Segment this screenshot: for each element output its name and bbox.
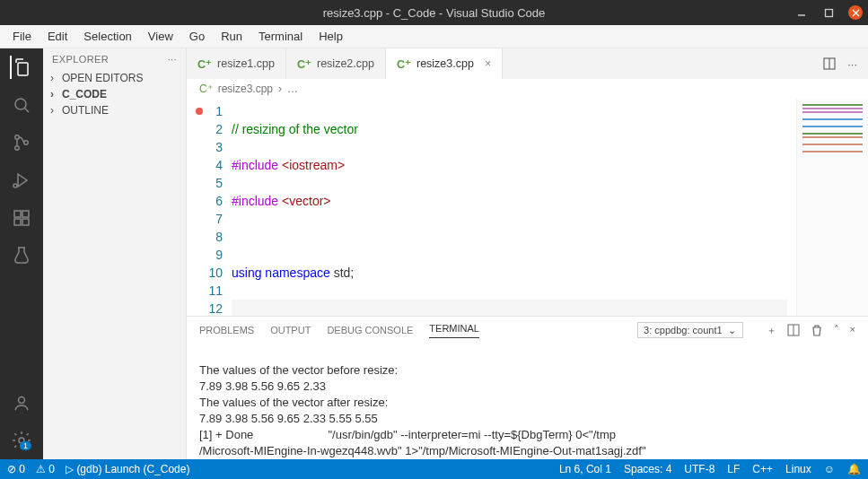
- panel: PROBLEMS OUTPUT DEBUG CONSOLE TERMINAL 3…: [187, 316, 868, 459]
- settings-icon[interactable]: 1: [10, 429, 33, 452]
- panel-tab-output[interactable]: OUTPUT: [270, 325, 311, 335]
- window-title: resize3.cpp - C_Code - Visual Studio Cod…: [0, 6, 868, 20]
- maximize-button[interactable]: [821, 5, 836, 20]
- svg-marker-9: [18, 174, 27, 187]
- svg-point-4: [15, 99, 26, 109]
- panel-tab-debug[interactable]: DEBUG CONSOLE: [327, 325, 413, 335]
- tab-resize1[interactable]: C⁺resize1.cpp: [187, 48, 286, 79]
- tab-resize2[interactable]: C⁺resize2.cpp: [286, 48, 386, 79]
- search-icon[interactable]: [10, 93, 33, 117]
- run-debug-icon[interactable]: [10, 169, 33, 192]
- line-gutter: 1 23456789101112: [187, 99, 232, 316]
- tree-outline[interactable]: ›OUTLINE: [43, 102, 186, 118]
- explorer-icon[interactable]: [10, 56, 33, 79]
- tree-project[interactable]: ›C_CODE: [43, 86, 186, 102]
- panel-tab-terminal[interactable]: TERMINAL: [429, 323, 479, 338]
- minimize-button[interactable]: [794, 5, 809, 20]
- accounts-icon[interactable]: [10, 391, 33, 414]
- status-feedback-icon[interactable]: ☺: [824, 463, 835, 475]
- sidebar: EXPLORER ··· ›OPEN EDITORS ›C_CODE ›OUTL…: [43, 48, 187, 459]
- menu-file[interactable]: File: [5, 28, 39, 45]
- source-control-icon[interactable]: [10, 131, 33, 154]
- close-panel-icon[interactable]: ×: [850, 324, 855, 337]
- status-position[interactable]: Ln 6, Col 1: [559, 463, 611, 475]
- status-warnings[interactable]: ⚠ 0: [36, 463, 55, 475]
- tab-resize3[interactable]: C⁺resize3.cpp×: [386, 48, 503, 79]
- svg-point-7: [15, 146, 19, 150]
- chevron-down-icon: ⌄: [728, 325, 736, 336]
- maximize-panel-icon[interactable]: ˄: [834, 324, 839, 337]
- split-terminal-icon[interactable]: [787, 324, 800, 337]
- tree-open-editors[interactable]: ›OPEN EDITORS: [43, 70, 186, 86]
- status-eol[interactable]: LF: [727, 463, 740, 475]
- status-os[interactable]: Linux: [785, 463, 811, 475]
- new-terminal-icon[interactable]: ＋: [767, 324, 776, 337]
- close-tab-icon[interactable]: ×: [485, 57, 491, 70]
- svg-point-6: [15, 135, 19, 139]
- menu-go[interactable]: Go: [182, 28, 212, 45]
- kill-terminal-icon[interactable]: [811, 324, 823, 337]
- cpp-icon: C⁺: [297, 57, 311, 71]
- menu-view[interactable]: View: [141, 28, 180, 45]
- activity-bar: 1: [0, 48, 43, 459]
- code-editor[interactable]: 1 23456789101112 // resizing of the vect…: [187, 99, 868, 316]
- close-button[interactable]: [848, 5, 863, 20]
- menu-edit[interactable]: Edit: [40, 28, 75, 45]
- breadcrumb[interactable]: C⁺ resize3.cpp › …: [187, 79, 868, 99]
- tab-bar: C⁺resize1.cpp C⁺resize2.cpp C⁺resize3.cp…: [187, 48, 868, 79]
- more-actions-icon[interactable]: ···: [847, 57, 857, 71]
- terminal-output[interactable]: The values of the vector before resize: …: [187, 344, 868, 459]
- status-bell-icon[interactable]: 🔔: [847, 463, 861, 475]
- svg-point-16: [19, 397, 25, 404]
- status-spaces[interactable]: Spaces: 4: [624, 463, 671, 475]
- status-lang[interactable]: C++: [752, 463, 773, 475]
- menu-bar: File Edit Selection View Go Run Terminal…: [0, 25, 868, 48]
- svg-point-8: [24, 141, 28, 144]
- cpp-icon: C⁺: [199, 83, 213, 95]
- menu-help[interactable]: Help: [311, 28, 350, 45]
- menu-selection[interactable]: Selection: [76, 28, 138, 45]
- status-errors[interactable]: ⊘ 0: [7, 463, 25, 475]
- testing-icon[interactable]: [10, 244, 33, 267]
- svg-rect-11: [14, 211, 21, 217]
- settings-badge: 1: [20, 441, 31, 450]
- status-bar: ⊘ 0 ⚠ 0 ▷ (gdb) Launch (C_Code) Ln 6, Co…: [0, 459, 868, 479]
- svg-point-10: [13, 184, 17, 187]
- menu-run[interactable]: Run: [214, 28, 250, 45]
- svg-rect-14: [22, 211, 29, 217]
- svg-rect-13: [22, 219, 29, 225]
- menu-terminal[interactable]: Terminal: [251, 28, 310, 45]
- status-launch[interactable]: ▷ (gdb) Launch (C_Code): [66, 463, 189, 475]
- split-editor-icon[interactable]: [822, 57, 837, 71]
- cpp-icon: C⁺: [197, 57, 212, 71]
- status-encoding[interactable]: UTF-8: [684, 463, 715, 475]
- panel-tab-problems[interactable]: PROBLEMS: [199, 325, 254, 335]
- terminal-selector[interactable]: 3: cppdbg: count1 ⌄: [637, 322, 742, 338]
- sidebar-more-icon[interactable]: ···: [168, 54, 177, 65]
- minimap[interactable]: [796, 99, 868, 316]
- cpp-icon: C⁺: [397, 57, 411, 71]
- breakpoint-icon[interactable]: [196, 108, 203, 115]
- extensions-icon[interactable]: [10, 206, 33, 230]
- title-bar: resize3.cpp - C_Code - Visual Studio Cod…: [0, 0, 868, 25]
- svg-rect-1: [825, 9, 832, 16]
- svg-rect-12: [14, 219, 21, 225]
- sidebar-title: EXPLORER: [52, 54, 109, 65]
- svg-line-5: [25, 109, 30, 113]
